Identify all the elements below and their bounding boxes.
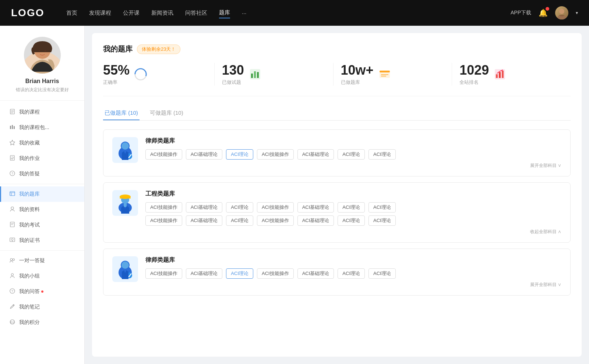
tag-eng-1-3[interactable]: ACI理论 [226, 202, 253, 213]
sidebar-item-my-questions[interactable]: ? 我的答疑 [0, 166, 84, 182]
nav-qa[interactable]: 问答社区 [185, 8, 207, 18]
svg-rect-14 [10, 156, 14, 160]
svg-rect-47 [496, 74, 498, 78]
stat-accuracy: 55% 正确率 [103, 63, 215, 86]
tags-row-engineer-2: ACI技能操作 ACI基础理论 ACI理论 ACI技能操作 ACI基础理论 AC… [145, 215, 561, 226]
sidebar-label-my-cert: 我的证书 [19, 237, 40, 244]
avatar-image [555, 6, 568, 19]
tag-eng-2-3[interactable]: ACI理论 [226, 215, 253, 226]
expand-link-lawyer-1[interactable]: 展开全部科目 ∨ [145, 163, 561, 169]
my-points-icon: 积分 [9, 319, 15, 326]
stat-done-banks: 10w+ 已做题库 [334, 63, 452, 86]
tag-lawyer2-5[interactable]: ACI基础理论 [297, 268, 334, 279]
sidebar-item-my-homework[interactable]: 我的作业 [0, 151, 84, 166]
profile-name: Brian Harris [7, 78, 77, 85]
svg-text:?: ? [11, 172, 13, 175]
tag-lawyer2-3[interactable]: ACI理论 [226, 268, 253, 279]
sidebar-item-one-on-one[interactable]: 一对一答疑 [0, 253, 84, 268]
tag-eng-1-6[interactable]: ACI理论 [338, 202, 365, 213]
rank-icon [493, 68, 507, 81]
tag-lawyer2-7[interactable]: ACI理论 [368, 268, 396, 279]
sidebar-label-my-bank: 我的题库 [19, 191, 40, 197]
sidebar-label-my-qa: 我的问答 [19, 288, 40, 295]
app-download-button[interactable]: APP下载 [511, 10, 531, 16]
bank-section-lawyer-2: 律师类题库 ACI技能操作 ACI基础理论 ACI理论 ACI技能操作 ACI基… [103, 249, 571, 296]
notification-badge [546, 7, 549, 11]
tabs-row: 已做题库 (10) 可做题库 (10) [103, 107, 571, 121]
nav-news[interactable]: 新闻资讯 [151, 8, 173, 18]
expand-link-engineer[interactable]: 收起全部科目 ∧ [145, 229, 561, 235]
sidebar-label-one-on-one: 一对一答疑 [19, 257, 45, 264]
notification-bell[interactable]: 🔔 [539, 8, 548, 17]
account-chevron[interactable]: ▾ [576, 10, 578, 15]
svg-rect-10 [10, 126, 11, 129]
logo[interactable]: LOGO [11, 7, 48, 19]
bank-content-lawyer-2: 律师类题库 ACI技能操作 ACI基础理论 ACI理论 ACI技能操作 ACI基… [145, 256, 561, 288]
tag-eng-2-7[interactable]: ACI理论 [368, 215, 396, 226]
tag-lawyer1-4[interactable]: ACI技能操作 [257, 149, 294, 160]
tag-lawyer1-2[interactable]: ACI基础理论 [186, 149, 223, 160]
nav-open-course[interactable]: 公开课 [123, 8, 140, 18]
page-layout: Brian Harris 错误的决定比没有决定要好 我的课程 我的课程包... [0, 26, 589, 364]
sidebar-item-my-notes[interactable]: 我的笔记 [0, 299, 84, 315]
sidebar-label-my-favorites: 我的收藏 [19, 140, 40, 146]
tag-lawyer1-6[interactable]: ACI理论 [338, 149, 365, 160]
tag-lawyer1-7[interactable]: ACI理论 [368, 149, 396, 160]
tag-eng-1-4[interactable]: ACI技能操作 [257, 202, 294, 213]
nav-more[interactable]: ··· [242, 8, 247, 18]
tag-eng-2-5[interactable]: ACI基础理论 [297, 215, 334, 226]
sidebar-item-my-cert[interactable]: 我的证书 [0, 233, 84, 248]
svg-rect-48 [499, 72, 501, 78]
sidebar-item-my-points[interactable]: 积分 我的积分 [0, 315, 84, 330]
tag-eng-2-1[interactable]: ACI技能操作 [145, 215, 182, 226]
profile-motto: 错误的决定比没有决定要好 [7, 87, 77, 93]
bank-icon-lawyer-1 [112, 137, 138, 163]
tag-lawyer1-1[interactable]: ACI技能操作 [145, 149, 182, 160]
tag-eng-1-2[interactable]: ACI基础理论 [186, 202, 223, 213]
expand-link-lawyer-2[interactable]: 展开全部科目 ∨ [145, 282, 561, 288]
svg-rect-39 [251, 74, 253, 78]
tag-eng-1-7[interactable]: ACI理论 [368, 202, 396, 213]
sidebar-item-my-favorites[interactable]: 我的收藏 [0, 135, 84, 151]
tag-eng-2-6[interactable]: ACI理论 [338, 215, 365, 226]
tab-available-banks[interactable]: 可做题库 (10) [148, 107, 185, 120]
tag-lawyer2-2[interactable]: ACI基础理论 [186, 268, 223, 279]
tag-lawyer2-1[interactable]: ACI技能操作 [145, 268, 182, 279]
sidebar-item-my-bank[interactable]: 我的题库 [0, 186, 84, 202]
svg-point-26 [11, 239, 13, 240]
nav-discover[interactable]: 发现课程 [89, 8, 111, 18]
tag-eng-2-4[interactable]: ACI技能操作 [257, 215, 294, 226]
stat-done-banks-text: 10w+ 已做题库 [341, 63, 374, 86]
tags-row-lawyer-2: ACI技能操作 ACI基础理论 ACI理论 ACI技能操作 ACI基础理论 AC… [145, 268, 561, 279]
nav-question-bank[interactable]: 题库 [219, 8, 230, 18]
sidebar-profile: Brian Harris 错误的决定比没有决定要好 [0, 37, 84, 101]
sidebar-item-my-course[interactable]: 我的课程 [0, 104, 84, 120]
tag-lawyer1-3[interactable]: ACI理论 [226, 149, 253, 160]
tag-eng-1-5[interactable]: ACI基础理论 [297, 202, 334, 213]
sidebar-item-my-qa[interactable]: ? 我的问答 [0, 284, 84, 299]
nav-home[interactable]: 首页 [66, 8, 77, 18]
user-avatar[interactable] [555, 6, 568, 19]
stat-done-questions: 130 已做试题 [215, 63, 334, 86]
svg-point-30 [11, 274, 13, 276]
tag-lawyer1-5[interactable]: ACI基础理论 [297, 149, 334, 160]
tab-done-banks[interactable]: 已做题库 (10) [103, 107, 140, 120]
my-notes-icon [9, 304, 15, 310]
sidebar-item-my-package[interactable]: 我的课程包... [0, 120, 84, 135]
sidebar-item-my-group[interactable]: 我的小组 [0, 268, 84, 284]
sidebar-item-my-exam[interactable]: 我的考试 [0, 217, 84, 233]
trial-badge: 体验剩余23天！ [137, 44, 180, 54]
tag-lawyer2-6[interactable]: ACI理论 [338, 268, 365, 279]
stats-row: 55% 正确率 130 已做试题 [103, 63, 571, 96]
stat-done-banks-label: 已做题库 [341, 79, 374, 86]
tag-lawyer2-4[interactable]: ACI技能操作 [257, 268, 294, 279]
my-cert-icon [9, 237, 15, 244]
tag-eng-1-1[interactable]: ACI技能操作 [145, 202, 182, 213]
my-favorites-icon [9, 140, 15, 146]
svg-rect-49 [502, 71, 504, 78]
svg-point-28 [10, 258, 13, 261]
svg-text:积分: 积分 [10, 321, 15, 324]
tag-eng-2-2[interactable]: ACI基础理论 [186, 215, 223, 226]
sidebar-item-my-profile[interactable]: 我的资料 [0, 202, 84, 217]
stat-done-questions-label: 已做试题 [222, 79, 244, 86]
